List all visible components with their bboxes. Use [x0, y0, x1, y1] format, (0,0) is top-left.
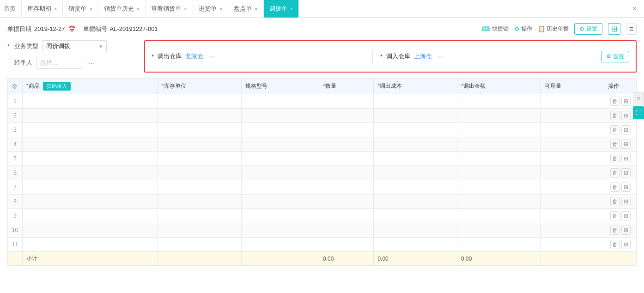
cell-available-1[interactable] [541, 94, 604, 109]
cell-goods-2[interactable] [23, 109, 158, 123]
cell-amount-3[interactable] [457, 123, 541, 137]
table-gear-icon[interactable]: ⚙ [12, 83, 18, 90]
cell-available-9[interactable] [541, 209, 604, 223]
cell-qty-7[interactable] [319, 180, 374, 195]
warehouse-settings-button[interactable]: ⚙ 设置 [601, 51, 629, 62]
cell-amount-9[interactable] [457, 209, 541, 223]
cell-spec-6[interactable] [241, 166, 319, 180]
cell-qty-4[interactable] [319, 137, 374, 152]
cell-amount-4[interactable] [457, 137, 541, 152]
copy-icon-10[interactable]: ⊞ [621, 226, 631, 235]
cell-qty-8[interactable] [319, 195, 374, 209]
cell-unit-7[interactable] [158, 180, 241, 195]
copy-icon-7[interactable]: ⊞ [621, 183, 631, 192]
tab-home[interactable]: 首页 [4, 0, 22, 18]
copy-icon-5[interactable]: ⊞ [621, 154, 631, 163]
tab-inventory-check[interactable]: 盘点单 × [228, 0, 263, 18]
settings-button[interactable]: ⚙ 设置 [574, 23, 602, 35]
tab-close-transfer-order[interactable]: × [290, 6, 293, 12]
handler-select[interactable]: 选择... [36, 57, 82, 69]
cell-cost-10[interactable] [374, 223, 457, 238]
handler-more-icon[interactable]: ··· [89, 59, 94, 67]
cell-cost-4[interactable] [374, 137, 457, 152]
delete-icon-10[interactable]: 🗑 [610, 226, 620, 235]
delete-icon-8[interactable]: 🗑 [610, 197, 620, 206]
copy-icon-6[interactable]: ⊞ [621, 168, 631, 177]
operation-button[interactable]: ⚙ 操作 [514, 25, 532, 33]
cell-amount-8[interactable] [457, 195, 541, 209]
cell-spec-2[interactable] [241, 109, 319, 123]
business-type-select[interactable]: 同价调拨 ▾ [42, 40, 107, 52]
sidebar-expand-icon[interactable]: ⛶ [633, 106, 644, 119]
delete-icon-4[interactable]: 🗑 [610, 140, 620, 149]
cell-unit-1[interactable] [158, 94, 241, 109]
cell-available-6[interactable] [541, 166, 604, 180]
cell-cost-5[interactable] [374, 152, 457, 166]
cell-unit-2[interactable] [158, 109, 241, 123]
scan-input-button[interactable]: 扫码录入 [43, 82, 71, 91]
tab-purchase-order[interactable]: 进货单 × [193, 0, 228, 18]
delete-icon-11[interactable]: 🗑 [610, 240, 620, 249]
tab-view-sales[interactable]: 查看销货单 × [146, 0, 193, 18]
cell-spec-4[interactable] [241, 137, 319, 152]
cell-cost-9[interactable] [374, 209, 457, 223]
copy-icon-1[interactable]: ⊞ [621, 97, 631, 106]
cell-spec-1[interactable] [241, 94, 319, 109]
tab-sales-history[interactable]: 销货单历史 × [98, 0, 146, 18]
calendar-icon[interactable]: 📅 [68, 25, 76, 33]
tab-close-view-sales[interactable]: × [184, 6, 187, 12]
cell-available-8[interactable] [541, 195, 604, 209]
out-warehouse-more-icon[interactable]: ··· [210, 53, 215, 60]
cell-cost-8[interactable] [374, 195, 457, 209]
delete-icon-7[interactable]: 🗑 [610, 183, 620, 192]
delete-icon-9[interactable]: 🗑 [610, 211, 620, 220]
tab-transfer-order[interactable]: 调拨单 × [264, 0, 299, 18]
cell-unit-10[interactable] [158, 223, 241, 238]
cell-unit-8[interactable] [158, 195, 241, 209]
cell-available-10[interactable] [541, 223, 604, 238]
copy-icon-8[interactable]: ⊞ [621, 197, 631, 206]
cell-cost-6[interactable] [374, 166, 457, 180]
cell-available-4[interactable] [541, 137, 604, 152]
cell-available-11[interactable] [541, 238, 604, 252]
cell-spec-11[interactable] [241, 238, 319, 252]
in-warehouse-more-icon[interactable]: ··· [438, 53, 444, 60]
cell-available-7[interactable] [541, 180, 604, 195]
cell-qty-2[interactable] [319, 109, 374, 123]
delete-icon-2[interactable]: 🗑 [610, 111, 620, 120]
cell-cost-11[interactable] [374, 238, 457, 252]
cell-available-5[interactable] [541, 152, 604, 166]
cell-spec-5[interactable] [241, 152, 319, 166]
cell-qty-5[interactable] [319, 152, 374, 166]
cell-cost-1[interactable] [374, 94, 457, 109]
cell-amount-11[interactable] [457, 238, 541, 252]
cell-qty-9[interactable] [319, 209, 374, 223]
copy-icon-4[interactable]: ⊞ [621, 140, 631, 149]
cell-unit-6[interactable] [158, 166, 241, 180]
cell-unit-4[interactable] [158, 137, 241, 152]
cell-amount-7[interactable] [457, 180, 541, 195]
cell-available-2[interactable] [541, 109, 604, 123]
cell-spec-10[interactable] [241, 223, 319, 238]
cell-qty-3[interactable] [319, 123, 374, 137]
delete-icon-3[interactable]: 🗑 [610, 125, 620, 134]
cell-goods-9[interactable] [23, 209, 158, 223]
cell-amount-2[interactable] [457, 109, 541, 123]
grid-view-button[interactable]: ⊞ [608, 23, 620, 35]
tab-inventory-init[interactable]: 库存期初 × [22, 0, 63, 18]
cell-qty-10[interactable] [319, 223, 374, 238]
copy-icon-11[interactable]: ⊞ [621, 240, 631, 249]
tab-bar-close-button[interactable]: × [629, 5, 640, 13]
sidebar-list-icon[interactable]: ≡ [633, 92, 644, 105]
cell-spec-3[interactable] [241, 123, 319, 137]
cell-amount-10[interactable] [457, 223, 541, 238]
cell-spec-7[interactable] [241, 180, 319, 195]
copy-icon-3[interactable]: ⊞ [621, 125, 631, 134]
cell-goods-11[interactable] [23, 238, 158, 252]
cell-goods-4[interactable] [23, 137, 158, 152]
delete-icon-1[interactable]: 🗑 [610, 97, 620, 106]
cell-qty-11[interactable] [319, 238, 374, 252]
cell-goods-5[interactable] [23, 152, 158, 166]
cell-amount-5[interactable] [457, 152, 541, 166]
tab-close-sales-order[interactable]: × [89, 6, 92, 12]
